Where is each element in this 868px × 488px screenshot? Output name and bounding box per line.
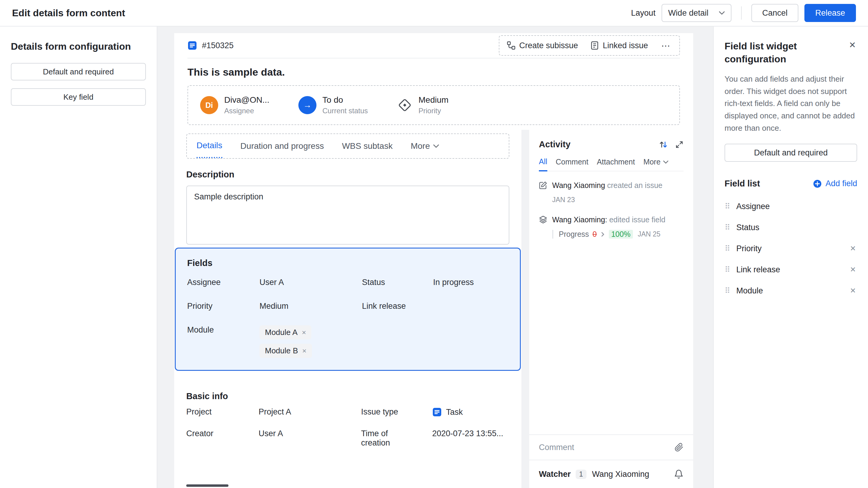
changed-field: Progress — [559, 230, 589, 238]
description-label: Description — [186, 170, 509, 180]
key-field-button[interactable]: Key field — [11, 88, 146, 106]
tab-more[interactable]: More — [411, 134, 439, 158]
field-value: Medium — [259, 301, 362, 311]
field-label: Status — [362, 278, 433, 287]
field-value: User A — [259, 278, 362, 287]
activity-tab-more[interactable]: More — [644, 157, 669, 171]
drag-handle-icon[interactable]: ⠿ — [724, 286, 730, 295]
watcher-label: Watcher — [539, 469, 571, 479]
widget-config-title: Field list widget configuration — [724, 40, 845, 66]
watcher-count-badge: 1 — [576, 469, 587, 479]
issue-detail-card: #150325 Create subissue Linked issue ⋯ — [174, 33, 693, 488]
config-panel-title: Details form configuration — [11, 41, 146, 52]
activity-actor: Wang Xiaoming — [552, 181, 605, 190]
field-value: In progress — [433, 278, 508, 287]
activity-tab-all[interactable]: All — [539, 157, 547, 171]
remove-tag-icon[interactable]: × — [302, 347, 307, 355]
tab-details[interactable]: Details — [196, 134, 222, 158]
add-field-button[interactable]: Add field — [813, 179, 857, 188]
basic-info-title: Basic info — [186, 391, 509, 401]
top-bar-actions: Layout Wide detail Cancel Release — [631, 4, 856, 22]
activity-tab-attachment[interactable]: Attachment — [597, 157, 635, 171]
comment-input[interactable]: Comment — [539, 443, 675, 452]
description-input[interactable]: Sample description — [186, 186, 509, 245]
drag-handle-icon[interactable]: ⠿ — [724, 223, 730, 232]
issue-header-row: #150325 Create subissue Linked issue ⋯ — [187, 33, 680, 59]
watcher-bar: Watcher 1 Wang Xiaoming — [529, 460, 693, 488]
drag-handle-icon[interactable]: ⠿ — [724, 265, 730, 274]
cancel-button[interactable]: Cancel — [751, 4, 798, 22]
activity-title: Activity — [539, 139, 570, 150]
plus-circle-icon — [813, 179, 822, 188]
bell-icon[interactable] — [674, 469, 684, 479]
module-tag[interactable]: Module B× — [259, 344, 312, 358]
layout-select-value: Wide detail — [668, 8, 709, 18]
basic-info-grid: Project Project A Issue type Task Creato… — [186, 407, 509, 448]
field-value: Project A — [258, 407, 361, 417]
tab-duration-and-progress[interactable]: Duration and progress — [241, 134, 324, 158]
main-area: Details form configuration Default and r… — [0, 27, 868, 488]
activity-feed: Wang Xiaoming created an issue JAN 23 Wa… — [529, 171, 693, 434]
task-type-icon — [432, 407, 442, 417]
activity-tab-comment[interactable]: Comment — [556, 157, 588, 171]
remove-tag-icon[interactable]: × — [302, 328, 306, 337]
more-actions-icon[interactable]: ⋯ — [660, 40, 672, 51]
issue-card-top: #150325 Create subissue Linked issue ⋯ — [174, 33, 693, 130]
default-and-required-button[interactable]: Default and required — [11, 63, 146, 80]
issue-id: #150325 — [202, 41, 234, 50]
default-and-required-button[interactable]: Default and required — [724, 144, 857, 162]
field-list-item-priority[interactable]: ⠿ Priority ✕ — [724, 238, 857, 259]
tab-wbs-subtask[interactable]: WBS subtask — [342, 134, 393, 158]
priority-field[interactable]: Medium Priority — [397, 95, 449, 115]
layout-label: Layout — [631, 8, 655, 18]
remove-field-icon[interactable]: ✕ — [849, 285, 857, 296]
field-list-title: Field list — [724, 178, 760, 189]
expand-icon[interactable] — [675, 140, 684, 149]
remove-field-icon[interactable]: ✕ — [849, 264, 857, 275]
chevron-right-icon — [600, 232, 605, 237]
status-icon: → — [299, 96, 316, 114]
divider — [741, 6, 742, 20]
field-label: Link release — [362, 301, 433, 311]
close-icon[interactable]: ✕ — [848, 40, 857, 51]
activity-panel: Activity All Comment Attachment More — [529, 130, 693, 488]
drag-handle-icon[interactable]: ⠿ — [724, 202, 730, 211]
edit-icon — [539, 181, 547, 190]
issue-title: This is sample data. — [187, 59, 680, 85]
status-value: To do — [322, 95, 368, 105]
layers-icon — [539, 216, 547, 224]
fields-widget-selected[interactable]: Fields Assignee User A Status In progres… — [175, 248, 521, 371]
chevron-down-icon — [433, 144, 439, 148]
layout-select[interactable]: Wide detail — [661, 4, 732, 22]
field-label: Issue type — [361, 407, 432, 417]
attachment-icon[interactable] — [675, 443, 684, 452]
field-list-item-link-release[interactable]: ⠿ Link release ✕ — [724, 259, 857, 280]
module-tag[interactable]: Module A× — [259, 325, 311, 339]
assignee-field[interactable]: Di Diva@ON... Assignee — [200, 95, 270, 115]
create-subissue-label: Create subissue — [519, 41, 578, 50]
drag-handle-icon[interactable]: ⠿ — [724, 244, 730, 253]
sort-icon[interactable] — [659, 140, 668, 149]
horizontal-scrollbar[interactable] — [186, 484, 228, 487]
chevron-down-icon — [663, 160, 669, 164]
field-list-item-module[interactable]: ⠿ Module ✕ — [724, 280, 857, 301]
activity-action: created an issue — [607, 181, 662, 190]
release-button[interactable]: Release — [804, 4, 856, 22]
field-list-item-assignee[interactable]: ⠿ Assignee — [724, 196, 857, 217]
old-value: 0 — [592, 230, 597, 238]
create-subissue-button[interactable]: Create subissue — [507, 41, 578, 50]
linked-issue-button[interactable]: Linked issue — [590, 41, 648, 50]
fields-grid: Assignee User A Status In progress Prior… — [187, 278, 508, 358]
quick-fields-widget[interactable]: Di Diva@ON... Assignee → To do Current s… — [187, 85, 680, 125]
activity-action: edited issue field — [609, 216, 665, 224]
top-bar: Edit details form content Layout Wide de… — [0, 0, 868, 27]
field-list-item-status[interactable]: ⠿ Status — [724, 217, 857, 238]
status-field[interactable]: → To do Current status — [299, 95, 368, 115]
module-tags: Module A× Module B× — [259, 325, 362, 358]
assignee-value: Diva@ON... — [224, 95, 270, 105]
issue-tabs-widget: Details Duration and progress WBS subtas… — [186, 133, 509, 159]
detail-columns: Details Duration and progress WBS subtas… — [174, 130, 693, 488]
remove-field-icon[interactable]: ✕ — [849, 243, 857, 254]
watcher-names: Wang Xiaoming — [592, 469, 649, 479]
field-label: Priority — [187, 301, 259, 311]
